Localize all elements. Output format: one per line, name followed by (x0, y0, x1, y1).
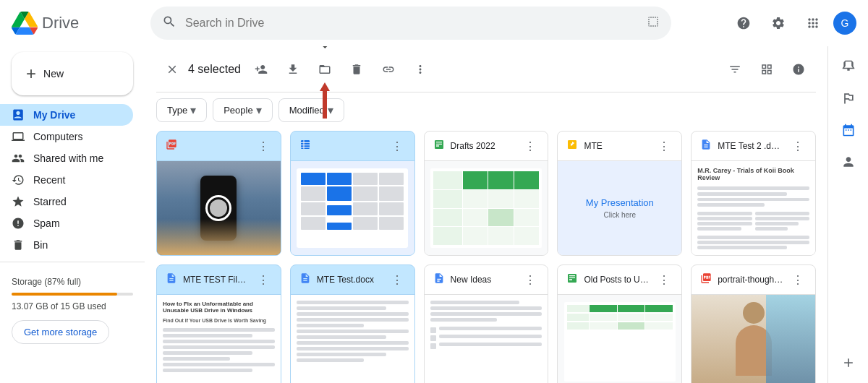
file-thumb-7 (291, 295, 414, 383)
more-actions-button[interactable] (406, 55, 435, 84)
sheets-icon-2 (299, 139, 311, 153)
selected-count: 4 selected (188, 63, 241, 76)
shared-label: Shared with me (33, 152, 103, 164)
sidebar-item-spam[interactable]: Spam (0, 212, 133, 234)
get-storage-button[interactable]: Get more storage (12, 320, 109, 344)
sidebar-item-computers[interactable]: Computers (0, 126, 133, 147)
sidebar-item-shared[interactable]: Shared with me (0, 147, 133, 169)
file-card-10[interactable]: portrait-thought... ⋮ (691, 264, 816, 383)
grid-view-button[interactable] (752, 55, 781, 84)
file-thumb-9 (558, 295, 681, 383)
file-thumb-3 (425, 161, 548, 255)
people-filter[interactable]: People ▾ (213, 98, 272, 122)
file-more-5[interactable]: ⋮ (789, 137, 807, 155)
file-card-8[interactable]: New Ideas ⋮ (424, 264, 549, 383)
file-card-2[interactable]: ⋮ (290, 131, 415, 256)
file-card-10-header: portrait-thought... ⋮ (692, 265, 815, 295)
sidebar-item-starred[interactable]: Starred (0, 191, 133, 212)
file-thumb-2 (291, 161, 414, 255)
spam-icon (12, 217, 25, 230)
pdf-icon-10 (700, 272, 712, 287)
storage-area: Storage (87% full) 13.07 GB of 15 GB use… (0, 268, 145, 353)
file-more-4[interactable]: ⋮ (655, 137, 673, 155)
bin-label: Bin (33, 239, 48, 251)
view-buttons (720, 55, 813, 84)
download-button[interactable] (278, 55, 307, 84)
file-more-3[interactable]: ⋮ (522, 137, 539, 155)
storage-bar-bg (12, 293, 133, 296)
recent-icon (12, 173, 25, 186)
sidebar-item-recent[interactable]: Recent (0, 169, 133, 191)
move-button[interactable]: Move (310, 55, 339, 84)
file-more-10[interactable]: ⋮ (789, 271, 807, 288)
file-card-9-header: Old Posts to Upd... ⋮ (558, 265, 681, 295)
calendar-icon-btn[interactable] (834, 116, 863, 145)
file-name-3: Drafts 2022 (451, 141, 516, 151)
selected-count-text: 4 selected (188, 63, 241, 76)
contacts-icon-btn[interactable] (834, 147, 863, 176)
filter-view-button[interactable] (720, 55, 749, 84)
user-avatar[interactable]: G (833, 12, 856, 35)
file-card-7[interactable]: MTE Test.docx ⋮ (290, 264, 415, 383)
link-button[interactable] (374, 55, 403, 84)
file-name-8: New Ideas (451, 275, 516, 285)
file-name-7: MTE Test.docx (317, 275, 383, 285)
deselect-button[interactable] (159, 56, 185, 82)
file-thumb-10 (692, 295, 815, 383)
starred-icon (12, 195, 25, 208)
file-card-3-header: Drafts 2022 ⋮ (425, 132, 548, 161)
starred-label: Starred (33, 196, 67, 207)
search-input[interactable] (185, 17, 638, 30)
my-drive-icon (12, 108, 25, 121)
file-card-9[interactable]: Old Posts to Upd... ⋮ (557, 264, 682, 383)
search-options-icon[interactable] (647, 15, 660, 32)
new-button[interactable]: + New (12, 52, 133, 95)
file-card-3[interactable]: Drafts 2022 ⋮ (424, 131, 549, 256)
search-bar[interactable] (150, 7, 671, 40)
file-card-6[interactable]: MTE TEST File.d... ⋮ How to Fix an Unfor… (156, 264, 281, 383)
file-card-4[interactable]: MTE ⋮ My Presentation Click here (557, 131, 682, 256)
sidebar-separator (0, 262, 145, 262)
presentation-subtitle: Click here (604, 211, 636, 219)
sheets-icon-9 (566, 272, 578, 287)
my-drive-label: My Drive (33, 109, 75, 121)
apps-button[interactable] (799, 9, 827, 38)
tasks-icon-btn[interactable] (834, 84, 863, 113)
doc-icon-5 (700, 139, 712, 153)
file-card-1[interactable]: ⋮ (156, 131, 281, 256)
type-filter-label: Type (167, 105, 187, 116)
sidebar-item-bin[interactable]: Bin (0, 234, 133, 256)
help-button[interactable] (729, 9, 758, 38)
shared-icon (12, 152, 25, 165)
add-apps-icon-btn[interactable] (834, 348, 863, 377)
drive-logo-icon (12, 10, 38, 36)
storage-label: Storage (87% full) (12, 277, 133, 287)
file-name-9: Old Posts to Upd... (584, 275, 650, 285)
file-more-6[interactable]: ⋮ (255, 271, 272, 288)
people-filter-label: People (224, 105, 252, 116)
file-card-7-header: MTE Test.docx ⋮ (291, 265, 414, 295)
file-more-7[interactable]: ⋮ (388, 271, 406, 288)
file-thumb-4: My Presentation Click here (558, 161, 681, 255)
add-person-button[interactable] (247, 55, 276, 84)
spam-label: Spam (33, 218, 60, 229)
file-name-5: MTE Test 2 .docx (718, 141, 783, 151)
settings-button[interactable] (764, 9, 793, 38)
logo-area: Drive (12, 10, 142, 36)
file-card-5[interactable]: MTE Test 2 .docx ⋮ M.R. Carey - Trials o… (691, 131, 816, 256)
new-plus-icon: + (26, 64, 36, 84)
file-more-1[interactable]: ⋮ (255, 137, 272, 155)
action-bar: 4 selected Move (156, 46, 816, 92)
delete-button[interactable] (342, 55, 371, 84)
file-card-1-header: ⋮ (157, 132, 281, 161)
sidebar-item-my-drive[interactable]: My Drive (0, 104, 133, 126)
recent-label: Recent (33, 174, 65, 186)
file-more-9[interactable]: ⋮ (655, 271, 673, 288)
type-filter[interactable]: Type ▾ (156, 98, 207, 122)
keep-icon-btn[interactable] (834, 52, 863, 81)
file-more-8[interactable]: ⋮ (522, 271, 539, 288)
file-more-2[interactable]: ⋮ (388, 137, 406, 155)
gdoc-icon-8 (433, 272, 445, 287)
bin-icon (12, 238, 25, 251)
info-button[interactable] (784, 55, 813, 84)
